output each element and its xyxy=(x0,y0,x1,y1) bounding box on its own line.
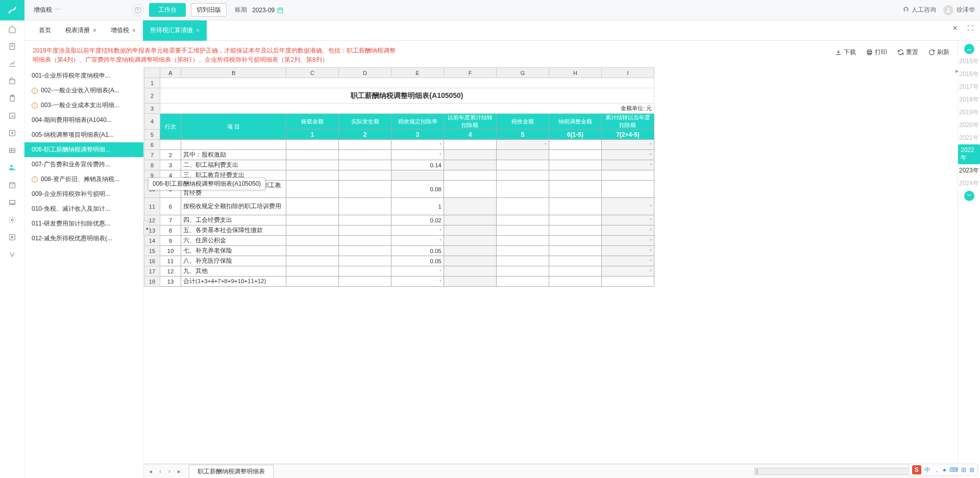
collapse-handle[interactable]: ◂ xyxy=(143,220,150,236)
year-2016年[interactable]: 2016年 xyxy=(958,68,980,81)
cell[interactable] xyxy=(549,181,601,198)
ime-toolbar[interactable]: S 中 ， ● ⌨ ⊞ ⊞ xyxy=(909,464,978,476)
cell[interactable]: 累计结转以后年度扣除额 xyxy=(601,114,654,130)
cell[interactable]: 2 xyxy=(339,130,391,140)
cell[interactable]: 0.08 xyxy=(391,181,444,198)
cell[interactable] xyxy=(549,198,601,215)
cell[interactable] xyxy=(496,246,549,256)
col-header[interactable]: D xyxy=(339,68,391,78)
rail-inbox-icon[interactable] xyxy=(0,194,24,211)
year-2019年[interactable]: 2019年 xyxy=(958,106,980,119)
cell[interactable]: 0.05 xyxy=(391,256,444,266)
rail-report-icon[interactable] xyxy=(0,107,24,124)
form-item-003[interactable]: !003-一般企业成本支出明细... xyxy=(24,98,143,113)
cell[interactable] xyxy=(601,170,654,181)
form-item-010[interactable]: 010-免税、减计收入及加计... xyxy=(24,202,143,216)
cell[interactable]: 3 xyxy=(160,160,181,170)
row-header[interactable]: 7 xyxy=(144,150,160,160)
sheet-nav-prev[interactable]: ‹ xyxy=(157,468,163,475)
cell[interactable] xyxy=(444,225,497,236)
cell[interactable] xyxy=(496,225,549,236)
cell[interactable] xyxy=(496,215,549,225)
year-2018年[interactable]: 2018年 xyxy=(958,93,980,106)
cell[interactable] xyxy=(549,276,601,287)
cell[interactable]: 8 xyxy=(160,225,181,236)
col-header[interactable]: E xyxy=(391,68,444,78)
year-2022年[interactable]: 2022年 xyxy=(958,144,980,164)
year-2023年[interactable]: 2023年 xyxy=(958,164,980,177)
cell[interactable] xyxy=(601,276,654,287)
cell[interactable]: 税收金额 xyxy=(496,114,549,130)
rail-archive-icon[interactable] xyxy=(0,177,24,194)
row-header[interactable]: 18 xyxy=(144,276,160,287)
cell[interactable] xyxy=(339,198,391,215)
cell[interactable] xyxy=(496,160,549,170)
cell[interactable] xyxy=(549,160,601,170)
row-header[interactable]: 3 xyxy=(144,104,160,114)
row-header[interactable]: 8 xyxy=(144,160,160,170)
cell[interactable]: 二、职工福利费支出 xyxy=(181,160,286,170)
row-header[interactable]: 2 xyxy=(144,88,160,104)
cell[interactable] xyxy=(444,246,497,256)
cell[interactable] xyxy=(549,256,601,266)
cell[interactable] xyxy=(444,198,497,215)
cell[interactable]: * xyxy=(601,256,654,266)
rail-chart-icon[interactable] xyxy=(0,55,24,72)
cell[interactable]: 0.05 xyxy=(391,246,444,256)
cell[interactable] xyxy=(549,225,601,236)
close-all-icon[interactable]: ✕ xyxy=(949,22,961,34)
reset-button[interactable]: 重置 xyxy=(897,48,918,57)
cell[interactable]: * xyxy=(601,140,654,150)
year-2017年[interactable]: 2017年 xyxy=(958,81,980,93)
rail-doc-icon[interactable] xyxy=(0,38,24,55)
cell[interactable]: 六、住房公积金 xyxy=(181,236,286,246)
cell[interactable] xyxy=(444,215,497,225)
row-header[interactable]: 5 xyxy=(144,130,160,140)
cell[interactable] xyxy=(181,140,286,150)
col-header[interactable]: A xyxy=(160,68,181,78)
cell[interactable] xyxy=(286,170,339,181)
year-scroll-down[interactable]: ︾ xyxy=(964,191,974,201)
close-icon[interactable]: × xyxy=(196,27,200,34)
cell[interactable] xyxy=(549,236,601,246)
col-header[interactable]: B xyxy=(181,68,286,78)
sheet-nav-first[interactable]: ◂ xyxy=(147,468,154,475)
print-button[interactable]: 打印 xyxy=(866,48,887,57)
cell[interactable] xyxy=(339,215,391,225)
form-item-001[interactable]: 001-企业所得税年度纳税申... xyxy=(24,68,143,83)
row-header[interactable]: 6 xyxy=(144,140,160,150)
cell[interactable]: * xyxy=(601,236,654,246)
cell[interactable] xyxy=(549,215,601,225)
cell[interactable] xyxy=(286,276,339,287)
form-item-004[interactable]: 004-期间费用明细表(A1040... xyxy=(24,113,143,128)
cell[interactable]: 10 xyxy=(160,246,181,256)
cell[interactable]: * xyxy=(601,160,654,170)
rail-tax-icon[interactable] xyxy=(0,159,24,177)
cell[interactable] xyxy=(339,181,391,198)
tab-2[interactable]: 增值税× xyxy=(104,20,143,41)
tab-0[interactable]: 首页 xyxy=(32,20,58,41)
close-icon[interactable]: × xyxy=(93,27,96,34)
cell[interactable] xyxy=(286,256,339,266)
rail-bag-icon[interactable] xyxy=(0,72,24,90)
cell[interactable] xyxy=(549,246,601,256)
cell[interactable]: 13 xyxy=(160,276,181,287)
cell[interactable]: 职工薪酬纳税调整明细表(A105050) xyxy=(160,88,654,104)
row-header[interactable]: 16 xyxy=(144,256,160,266)
form-item-002[interactable]: !002-一般企业收入明细表(A... xyxy=(24,83,143,98)
cell[interactable] xyxy=(339,140,391,150)
cell[interactable]: 9 xyxy=(160,236,181,246)
cell[interactable] xyxy=(391,170,444,181)
switch-old-button[interactable]: 切到旧版 xyxy=(191,3,227,17)
cell[interactable] xyxy=(339,236,391,246)
cell[interactable]: 合计(1+3+4+7+8+9+10+11+12) xyxy=(181,276,286,287)
col-header[interactable]: I xyxy=(601,68,654,78)
form-item-011[interactable]: 011-研发费用加计扣除优惠... xyxy=(24,216,143,231)
cell[interactable] xyxy=(496,256,549,266)
cell[interactable] xyxy=(286,181,339,198)
cell[interactable] xyxy=(444,266,497,276)
rail-currency-icon[interactable] xyxy=(0,124,24,142)
cell[interactable]: 其中：股权激励 xyxy=(181,150,286,160)
cell[interactable] xyxy=(444,150,497,160)
cell[interactable] xyxy=(496,198,549,215)
